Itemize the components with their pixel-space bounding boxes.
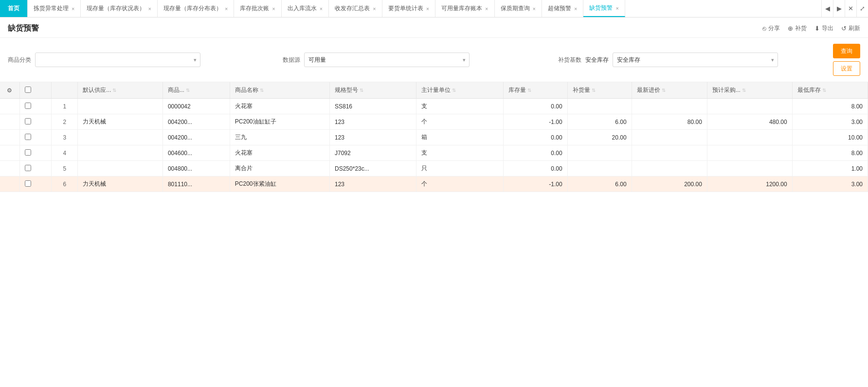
table-row[interactable]: 5 004800... 离合片 DS250*23c... 只 0.00 1.00 — [0, 161, 868, 176]
row-checkbox-cell[interactable] — [19, 130, 52, 145]
table-header-min-stock[interactable]: 最低库存 ⇅ — [792, 82, 868, 99]
row-default-supplier — [78, 161, 163, 176]
datasource-select[interactable]: 可用量 — [304, 53, 470, 67]
sort-icon: ⇅ — [662, 88, 666, 93]
shortage-table: ⚙ 默认供应... ⇅ 商品... ⇅ — [0, 82, 868, 192]
table-header-product-code[interactable]: 商品... ⇅ — [163, 82, 230, 99]
tab-label: 现存量（库存分布表） — [163, 4, 222, 13]
tab-expand-button[interactable]: ⤢ — [856, 0, 868, 18]
row-latest-price — [632, 130, 707, 145]
row-checkbox-cell[interactable] — [19, 114, 52, 130]
tab-close-icon[interactable]: × — [615, 5, 618, 11]
tab-close-icon[interactable]: × — [148, 6, 151, 12]
row-checkbox[interactable] — [25, 165, 31, 171]
replenish-action[interactable]: ⊕ 补货 — [788, 24, 807, 33]
share-icon: ⎋ — [762, 25, 766, 32]
row-estimated-purchase — [707, 161, 792, 176]
table-row[interactable]: 2 力天机械 004200... PC200油缸缸子 123 个 -1.00 6… — [0, 114, 868, 130]
tab-close-icon[interactable]: × — [72, 6, 74, 12]
tab-close-icon[interactable]: × — [533, 6, 536, 12]
category-select[interactable] — [35, 53, 200, 67]
row-estimated-purchase — [707, 99, 792, 114]
row-replenish: 20.00 — [567, 130, 632, 145]
settings-button[interactable]: 设置 — [833, 61, 860, 76]
share-action[interactable]: ⎋ 分享 — [762, 24, 780, 33]
row-gear-cell — [0, 114, 19, 130]
row-estimated-purchase: 480.00 — [707, 114, 792, 130]
row-product-name: PC200张紧油缸 — [230, 176, 329, 192]
tab-close-icon[interactable]: × — [272, 6, 275, 12]
row-checkbox[interactable] — [25, 180, 31, 187]
row-min-stock: 10.00 — [792, 130, 868, 145]
table-header-spec[interactable]: 规格型号 ⇅ — [330, 82, 416, 99]
row-checkbox[interactable] — [25, 118, 31, 124]
table-row[interactable]: 1 0000042 火花塞 SS816 支 0.00 8.00 — [0, 99, 868, 114]
row-checkbox-cell[interactable] — [19, 161, 52, 176]
tab-expiry-query[interactable]: 保质期查询 × — [495, 0, 542, 17]
tab-close-icon[interactable]: × — [574, 6, 577, 12]
datasource-select-wrapper: 可用量 ▾ — [304, 53, 470, 67]
row-seq: 6 — [52, 176, 78, 192]
refresh-action[interactable]: ↺ 刷新 — [841, 24, 860, 33]
table-header-default-supplier[interactable]: 默认供应... ⇅ — [78, 82, 163, 99]
tab-close-icon[interactable]: × — [426, 6, 429, 12]
row-default-supplier: 力天机械 — [78, 176, 163, 192]
table-row[interactable]: 3 004200... 三九 123 箱 0.00 20.00 10.00 — [0, 130, 868, 145]
row-stock: 0.00 — [503, 161, 567, 176]
tab-demand-stat[interactable]: 要货单统计表 × — [382, 0, 435, 17]
tab-close-icon[interactable]: × — [320, 6, 323, 12]
table-header-unit[interactable]: 主计量单位 ⇅ — [416, 82, 504, 99]
row-product-code: 004800... — [163, 161, 230, 176]
tab-close-all-button[interactable]: ✕ — [845, 0, 856, 18]
filter-row: 商品分类 ▾ 数据源 可用量 ▾ 补货基数 安全库存 安全库存 — [0, 38, 868, 82]
row-checkbox[interactable] — [25, 103, 31, 109]
row-spec: SS816 — [330, 99, 416, 114]
tab-batch-account[interactable]: 库存批次账 × — [234, 0, 281, 17]
table-header-estimated-purchase[interactable]: 预计采购... ⇅ — [707, 82, 792, 99]
tab-prev-button[interactable]: ◀ — [821, 0, 833, 18]
tab-recv-summary[interactable]: 收发存汇总表 × — [329, 0, 382, 17]
table-row[interactable]: 6 力天机械 801110... PC200张紧油缸 123 个 -1.00 6… — [0, 176, 868, 192]
table-header-latest-price[interactable]: 最新进价 ⇅ — [632, 82, 707, 99]
replenish-icon: ⊕ — [788, 25, 793, 32]
tab-shortage-warn[interactable]: 缺货预警 × — [583, 0, 625, 17]
row-checkbox[interactable] — [25, 149, 31, 156]
table-header-product-name[interactable]: 商品名称 ⇅ — [230, 82, 329, 99]
tab-inventory-dist[interactable]: 现存量（库存分布表） × — [158, 0, 234, 17]
category-filter-label: 商品分类 — [8, 56, 31, 64]
row-min-stock: 3.00 — [792, 176, 868, 192]
row-gear-cell — [0, 130, 19, 145]
row-estimated-purchase: 1200.00 — [707, 176, 792, 192]
table-header-gear[interactable]: ⚙ — [0, 82, 19, 99]
tab-overstock-warn[interactable]: 超储预警 × — [542, 0, 583, 17]
row-checkbox-cell[interactable] — [19, 176, 52, 192]
table-header-replenish[interactable]: 补货量 ⇅ — [567, 82, 632, 99]
table-row[interactable]: 4 004600... 火花塞 J7092 支 0.00 8.00 — [0, 145, 868, 161]
row-gear-cell — [0, 145, 19, 161]
row-checkbox-cell[interactable] — [19, 145, 52, 161]
row-seq: 4 — [52, 145, 78, 161]
tab-inout-flow[interactable]: 出入库流水 × — [282, 0, 329, 17]
tab-defect-exception[interactable]: 拣货异常处理 × — [28, 0, 81, 17]
tab-inventory-status[interactable]: 现存量（库存状况表） × — [81, 0, 157, 17]
tab-close-icon[interactable]: × — [225, 6, 228, 12]
row-stock: 0.00 — [503, 145, 567, 161]
query-button[interactable]: 查询 — [833, 44, 860, 58]
table-header-stock[interactable]: 库存量 ⇅ — [503, 82, 567, 99]
tab-next-button[interactable]: ▶ — [833, 0, 845, 18]
row-checkbox-cell[interactable] — [19, 99, 52, 114]
replenish-basis-select[interactable]: 安全库存 — [613, 53, 778, 67]
tab-close-icon[interactable]: × — [373, 6, 376, 12]
tab-label: 现存量（库存状况表） — [87, 4, 145, 13]
row-stock: 0.00 — [503, 99, 567, 114]
row-checkbox[interactable] — [25, 134, 31, 140]
select-all-checkbox[interactable] — [25, 87, 31, 93]
tab-label: 缺货预警 — [589, 4, 613, 12]
sort-icon: ⇅ — [592, 88, 596, 93]
table-header-row: ⚙ 默认供应... ⇅ 商品... ⇅ — [0, 82, 868, 99]
row-latest-price — [632, 145, 707, 161]
tab-home[interactable]: 首页 — [0, 0, 28, 17]
tab-close-icon[interactable]: × — [485, 6, 488, 12]
tab-available-ledger[interactable]: 可用量库存账本 × — [435, 0, 494, 17]
export-action[interactable]: ⬇ 导出 — [814, 24, 833, 33]
